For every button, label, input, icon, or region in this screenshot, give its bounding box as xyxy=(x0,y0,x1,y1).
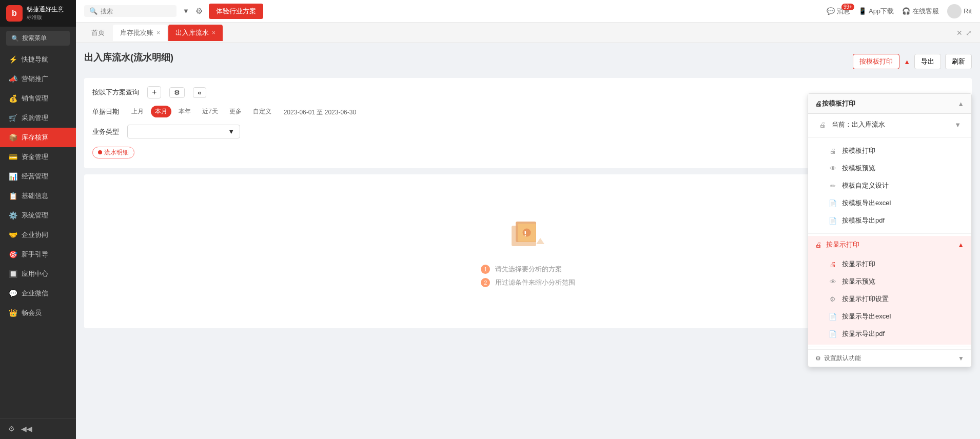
purchase-icon: 🛒 xyxy=(8,113,17,123)
display-pdf-icon: 📄 xyxy=(829,330,837,338)
maximize-window-btn[interactable]: ⤢ xyxy=(966,29,972,37)
step-2-num: 2 xyxy=(481,278,490,287)
empty-step-2: 2 用过滤条件来缩小分析范围 xyxy=(481,276,575,289)
online-service-button[interactable]: 🎧 在线客服 xyxy=(902,7,939,16)
toolbar-chevron-up-icon[interactable]: ▲ xyxy=(904,58,910,66)
display-section-header[interactable]: 🖨 按显示打印 ▲ xyxy=(808,236,971,253)
topbar-gear-icon[interactable]: ⚙ xyxy=(195,6,203,16)
dropdown-header: 🖨 按模板打印 ▲ xyxy=(808,94,971,114)
print-template-button[interactable]: 按模板打印 xyxy=(853,54,899,69)
business-select-chevron: ▼ xyxy=(228,128,234,135)
dropdown-header-chevron[interactable]: ▲ xyxy=(957,100,964,108)
user-name: Rit xyxy=(964,7,972,15)
app-edition: 标准版 xyxy=(27,14,64,21)
sidebar-item-marketing[interactable]: 📣 营销推广 xyxy=(0,69,76,89)
display-section-title: 按显示打印 xyxy=(826,240,859,249)
display-print-item-icon: 🖨 xyxy=(829,260,837,268)
sidebar-item-funds[interactable]: 💳 资金管理 xyxy=(0,147,76,167)
filter-tag-item[interactable]: 流水明细 xyxy=(92,147,134,158)
tab-stock-flow-close[interactable]: × xyxy=(212,29,215,36)
display-pdf-item[interactable]: 📄 按显示导出pdf xyxy=(808,325,971,343)
current-icon: 🖨 xyxy=(818,121,827,129)
business-type-select[interactable]: ▼ xyxy=(127,125,240,138)
filter-label: 按以下方案查询 xyxy=(92,88,139,97)
sidebar: b 畅捷通好生意 标准版 🔍 搜索菜单 ⚡ 快捷导航 📣 营销推广 💰 销售管理… xyxy=(0,0,76,439)
date-opt-more[interactable]: 更多 xyxy=(225,106,246,117)
template-print-icon: 🖨 xyxy=(829,147,837,155)
date-opt-this-year[interactable]: 本年 xyxy=(174,106,195,117)
template-preview-item[interactable]: 👁 按模板预览 xyxy=(808,159,971,177)
sidebar-item-wechat[interactable]: 💬 企业微信 xyxy=(0,284,76,303)
display-print-item[interactable]: 🖨 按显示打印 xyxy=(808,255,971,273)
sidebar-item-purchase[interactable]: 🛒 采购管理 xyxy=(0,108,76,128)
sidebar-item-basics[interactable]: 📋 基础信息 xyxy=(0,186,76,206)
date-opt-last-7[interactable]: 近7天 xyxy=(198,106,222,117)
collapse-sidebar-icon[interactable]: ◀◀ xyxy=(21,425,32,433)
template-print-label: 按模板打印 xyxy=(842,146,875,155)
apps-icon: 🔲 xyxy=(8,269,17,278)
sidebar-item-inventory[interactable]: 📦 库存核算 xyxy=(0,128,76,147)
date-options: 上月 本月 本年 近7天 更多 自定义 xyxy=(127,106,276,117)
date-opt-this-month[interactable]: 本月 xyxy=(151,106,171,117)
sidebar-item-label: 采购管理 xyxy=(22,113,48,123)
tab-stock-flow[interactable]: 出入库流水 × xyxy=(168,25,223,41)
display-excel-label: 按显示导出excel xyxy=(842,312,891,321)
service-label: 在线客服 xyxy=(912,7,939,16)
tab-batch-account-close[interactable]: × xyxy=(156,29,160,36)
sidebar-item-cooperation[interactable]: 🤝 企业协同 xyxy=(0,225,76,245)
template-excel-item[interactable]: 📄 按模板导出excel xyxy=(808,194,971,212)
display-settings-label: 按显示打印设置 xyxy=(842,294,889,304)
page-area: 出入库流水(流水明细) 按模板打印 ▲ 导出 刷新 按以下方案查询 + ⚙ « … xyxy=(76,43,980,439)
display-settings-icon: ⚙ xyxy=(829,295,837,303)
topbar-dropdown-icon[interactable]: ▼ xyxy=(183,7,189,15)
template-custom-item[interactable]: ✏ 模板自定义设计 xyxy=(808,177,971,194)
sidebar-item-system[interactable]: ⚙️ 系统管理 xyxy=(0,206,76,225)
refresh-button[interactable]: 刷新 xyxy=(945,54,972,69)
topbar-search-box[interactable]: 🔍 xyxy=(84,5,177,17)
filter-tag-label: 流水明细 xyxy=(104,148,129,157)
display-excel-item[interactable]: 📄 按显示导出excel xyxy=(808,308,971,325)
sidebar-item-label: 新手引导 xyxy=(22,250,48,259)
svg-rect-5 xyxy=(525,235,526,236)
page-toolbar: 按模板打印 ▲ 导出 刷新 xyxy=(853,54,972,69)
messages-button[interactable]: 💬 消息 99+ xyxy=(827,7,850,16)
display-settings-item[interactable]: ⚙ 按显示打印设置 xyxy=(808,290,971,308)
sidebar-item-sales[interactable]: 💰 销售管理 xyxy=(0,89,76,108)
sidebar-item-guide[interactable]: 🎯 新手引导 xyxy=(0,245,76,264)
collapse-filter-button[interactable]: « xyxy=(193,87,206,98)
trial-button[interactable]: 体验行业方案 xyxy=(209,4,263,19)
template-print-item[interactable]: 🖨 按模板打印 xyxy=(808,142,971,159)
sidebar-item-label: 系统管理 xyxy=(22,211,48,220)
settings-footer-icon[interactable]: ⚙ xyxy=(8,425,15,433)
current-chevron: ▼ xyxy=(954,121,961,129)
display-preview-item[interactable]: 👁 按显示预览 xyxy=(808,273,971,290)
date-opt-last-month[interactable]: 上月 xyxy=(127,106,148,117)
step-2-text: 用过滤条件来缩小分析范围 xyxy=(495,278,575,286)
sidebar-item-operations[interactable]: 📊 经营管理 xyxy=(0,167,76,186)
user-profile[interactable]: Rit xyxy=(947,4,972,18)
sidebar-item-shortcuts[interactable]: ⚡ 快捷导航 xyxy=(0,50,76,69)
set-default-footer[interactable]: ⚙ 设置默认功能 ▼ xyxy=(808,349,971,367)
empty-steps: 1 请先选择要分析的方案 2 用过滤条件来缩小分析范围 xyxy=(481,263,575,289)
add-filter-button[interactable]: + xyxy=(147,86,161,98)
app-download-button[interactable]: 📱 App下载 xyxy=(858,7,894,16)
tab-home[interactable]: 首页 xyxy=(84,25,112,41)
template-preview-label: 按模板预览 xyxy=(842,164,875,173)
close-window-btn[interactable]: ✕ xyxy=(956,29,963,37)
current-template-item[interactable]: 🖨 当前：出入库流水 ▼ xyxy=(808,116,971,133)
display-print-label: 按显示打印 xyxy=(842,260,875,269)
sidebar-item-membership[interactable]: 👑 畅会员 xyxy=(0,303,76,323)
topbar-search-input[interactable] xyxy=(101,8,162,15)
template-custom-icon: ✏ xyxy=(829,182,837,190)
tab-batch-account[interactable]: 库存批次账 × xyxy=(113,25,167,41)
date-range-display: 2023-06-01 至 2023-06-30 xyxy=(284,108,356,117)
sidebar-item-apps[interactable]: 🔲 应用中心 xyxy=(0,264,76,284)
operations-icon: 📊 xyxy=(8,172,17,181)
export-button[interactable]: 导出 xyxy=(914,54,941,69)
step-1-num: 1 xyxy=(481,265,490,274)
settings-filter-button[interactable]: ⚙ xyxy=(169,87,185,98)
set-default-label: 设置默认功能 xyxy=(824,354,861,363)
date-opt-custom[interactable]: 自定义 xyxy=(249,106,276,117)
template-pdf-item[interactable]: 📄 按模板导出pdf xyxy=(808,212,971,229)
sidebar-search-button[interactable]: 🔍 搜索菜单 xyxy=(6,31,70,46)
